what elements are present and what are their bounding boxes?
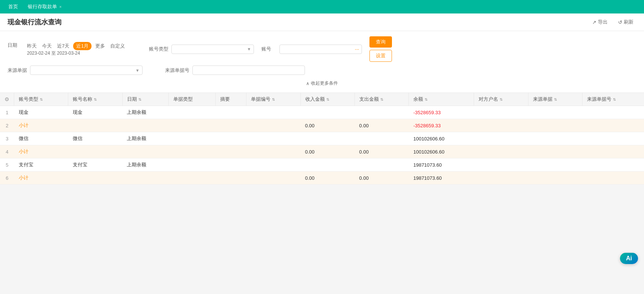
col-label: 摘要 [220,96,230,102]
sort-icon: ⇅ [500,97,503,101]
cell-settings: 3 [0,132,14,145]
col-header-income[interactable]: 收入金额⇅ [300,93,354,106]
source-doc-no-label: 来源单据号 [165,67,189,74]
cell-income: 0.00 [300,145,354,158]
close-icon[interactable]: × [59,4,62,9]
cell-counterpart [474,106,528,119]
date-shortcut[interactable]: 昨天 [26,42,38,50]
cell-date [122,172,168,185]
account-dots-icon[interactable]: ··· [355,46,359,52]
collapse-label: 收起更多条件 [311,80,338,87]
col-label: 支出金额 [359,96,379,102]
cell-counterpart [474,119,528,132]
cell-source_doc [528,119,582,132]
cell-counterpart [474,132,528,145]
cell-account_type: 小计 [14,172,68,185]
export-button[interactable]: ↗ 导出 [589,17,611,27]
date-shortcut[interactable]: 近1月 [73,42,92,50]
cell-expense [355,132,409,145]
col-header-account_type[interactable]: 账号类型⇅ [14,93,68,106]
col-header-account_name[interactable]: 账号名称⇅ [68,93,122,106]
gear-icon[interactable]: ⚙ [5,96,9,102]
nav-home[interactable]: 首页 [3,3,23,10]
source-doc-no-input[interactable] [192,66,305,75]
cell-source_doc_no [582,119,644,132]
col-header-source_doc[interactable]: 来源单据⇅ [528,93,582,106]
date-shortcuts: 昨天今天近7天近1月更多自定义 [26,42,126,50]
date-shortcut[interactable]: 今天 [41,42,53,50]
col-label: 来源单据号 [587,96,611,102]
cell-source_doc_no [582,158,644,172]
col-label: 余额 [413,96,423,102]
sort-icon: ⇅ [326,97,329,101]
col-label: 单据编号 [251,96,270,102]
cell-source_doc [528,132,582,145]
action-buttons: 查询 设置 [369,36,392,62]
col-header-doc_no[interactable]: 单据编号⇅ [246,93,300,106]
col-label: 收入金额 [305,96,325,102]
cell-summary [215,106,246,119]
source-doc-select-wrapper: ▼ [30,66,143,75]
col-header-expense[interactable]: 支出金额⇅ [355,93,409,106]
cell-settings: 1 [0,106,14,119]
account-type-select[interactable] [171,45,254,54]
date-shortcuts-container: 昨天今天近7天近1月更多自定义 2023-02-24 至 2023-03-24 [26,42,126,57]
cell-source_doc [528,106,582,119]
cell-doc_type [168,132,215,145]
export-icon: ↗ [592,19,596,25]
page-title: 现金银行流水查询 [8,18,62,27]
col-header-counterpart[interactable]: 对方户名⇅ [474,93,528,106]
sort-icon: ⇅ [554,97,557,101]
cell-expense: 0.00 [355,119,409,132]
col-label: 对方户名 [479,96,498,102]
cell-account_name: 支付宝 [68,158,122,172]
nav-tab[interactable]: 银行存取款单× [23,0,76,13]
cell-summary [215,119,246,132]
table-row: 4小计0.000.00100102606.60 [0,145,644,158]
account-filter: 账号 ··· [261,45,362,54]
cell-doc_type [168,106,215,119]
col-label: 账号类型 [19,96,38,102]
cell-doc_no [246,132,300,145]
query-button[interactable]: 查询 [369,36,392,48]
cell-expense [355,106,409,119]
col-header-date[interactable]: 日期⇅ [122,93,168,106]
col-header-settings: ⚙ [0,93,14,106]
col-header-balance[interactable]: 余额⇅ [409,93,474,106]
cell-doc_type [168,145,215,158]
table-row: 3微信微信上期余额100102606.60 [0,132,644,145]
col-header-source_doc_no[interactable]: 来源单据号⇅ [582,93,644,106]
top-nav: 首页 收款单×付款单×其他收入单×应收应付调整单×银行存取款单×预收冲应收单×收… [0,0,644,13]
cell-summary [215,145,246,158]
cell-source_doc_no [582,145,644,158]
settings-button[interactable]: 设置 [369,50,392,62]
cell-income: 0.00 [300,172,354,185]
col-label: 来源单据 [533,96,552,102]
sort-icon: ⇅ [138,97,141,101]
cell-summary [215,158,246,172]
cell-account_type: 微信 [14,132,68,145]
date-shortcut[interactable]: 近7天 [56,42,71,50]
account-input[interactable] [279,45,362,54]
cell-source_doc_no [582,132,644,145]
cell-income [300,132,354,145]
cell-balance: 100102606.60 [409,132,474,145]
table-row: 5支付宝支付宝上期余额19871073.60 [0,158,644,172]
cell-doc_no [246,119,300,132]
cell-balance: -3528659.33 [409,119,474,132]
date-shortcut[interactable]: 自定义 [109,42,126,50]
nav-tab-label: 银行存取款单 [28,3,57,10]
cell-source_doc_no [582,106,644,119]
cell-counterpart [474,158,528,172]
source-doc-select[interactable] [30,66,143,75]
cell-income [300,158,354,172]
filter-area: 日期 昨天今天近7天近1月更多自定义 2023-02-24 至 2023-03-… [0,31,644,93]
cell-expense [355,158,409,172]
cell-doc_no [246,145,300,158]
cell-balance: -3528659.33 [409,106,474,119]
collapse-bar[interactable]: ∧ 收起更多条件 [8,79,636,89]
cell-income: 0.00 [300,119,354,132]
date-shortcut[interactable]: 更多 [94,42,107,50]
refresh-button[interactable]: ↺ 刷新 [615,17,636,27]
cell-date: 上期余额 [122,158,168,172]
